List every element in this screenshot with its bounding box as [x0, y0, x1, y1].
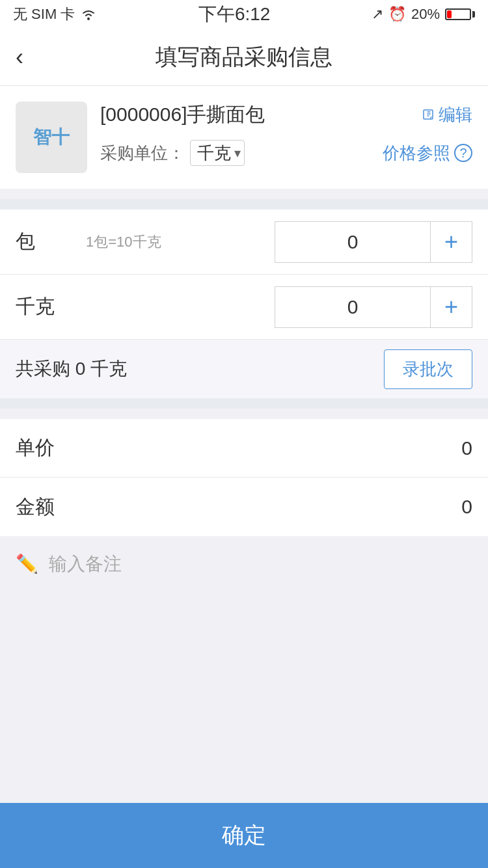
status-time: 下午6:12	[198, 2, 271, 27]
amount-value: 0	[461, 496, 472, 518]
location-icon: ↗	[372, 6, 383, 23]
product-card: 智十 [0000006]手撕面包 编辑 采购单位： 千克	[0, 86, 488, 189]
notes-input-area[interactable]: ✏️ 输入备注	[16, 552, 472, 576]
unit-select[interactable]: 千克	[190, 140, 245, 166]
wifi-icon	[80, 8, 97, 21]
price-label: 单价	[16, 435, 55, 461]
bag-input-right: +	[275, 221, 472, 263]
price-ref-icon: ?	[454, 144, 472, 162]
pencil-icon: ✏️	[16, 553, 38, 575]
input-section: 包 1包=10千克 + 千克 +	[0, 210, 488, 340]
nav-bar: ‹ 填写商品采购信息	[0, 29, 488, 86]
notes-section: ✏️ 输入备注	[0, 536, 488, 666]
kg-plus-button[interactable]: +	[431, 286, 472, 328]
edit-icon	[422, 108, 436, 122]
notes-placeholder: 输入备注	[49, 552, 122, 576]
product-info: [0000006]手撕面包 编辑 采购单位： 千克 价格	[100, 102, 472, 166]
sim-label: 无 SIM 卡	[13, 5, 75, 24]
kg-input-right: +	[275, 286, 472, 328]
battery-percent: 20%	[411, 6, 440, 23]
bag-input-row: 包 1包=10千克 +	[0, 210, 488, 275]
unit-select-wrap[interactable]: 千克	[190, 140, 245, 166]
status-left: 无 SIM 卡	[13, 5, 97, 24]
confirm-button[interactable]: 确定	[0, 803, 488, 868]
bag-quantity-input[interactable]	[275, 221, 431, 263]
amount-label: 金额	[16, 494, 55, 521]
kg-quantity-input[interactable]	[275, 286, 431, 328]
info-section: 单价 0 金额 0	[0, 419, 488, 536]
amount-row: 金额 0	[0, 478, 488, 536]
alarm-icon: ⏰	[388, 6, 406, 23]
total-row: 共采购 0 千克 录批次	[0, 340, 488, 398]
kg-input-row: 千克 +	[0, 275, 488, 340]
bag-label: 包	[16, 228, 81, 255]
product-image: 智十	[16, 102, 87, 173]
kg-label: 千克	[16, 293, 81, 320]
price-value: 0	[461, 437, 472, 459]
product-name: [0000006]手撕面包	[100, 102, 265, 128]
product-name-row: [0000006]手撕面包 编辑	[100, 102, 472, 128]
bag-sub-label: 1包=10千克	[86, 232, 161, 252]
battery-icon	[445, 8, 475, 20]
page-title: 填写商品采购信息	[156, 42, 332, 72]
svg-point-0	[87, 18, 90, 20]
product-image-text: 智十	[33, 125, 70, 150]
edit-button[interactable]: 编辑	[422, 103, 472, 126]
unit-label: 采购单位：	[100, 142, 185, 165]
price-ref-button[interactable]: 价格参照 ?	[383, 142, 472, 165]
record-batch-button[interactable]: 录批次	[384, 349, 472, 389]
unit-row: 采购单位： 千克 价格参照 ?	[100, 140, 472, 166]
section-divider-1	[0, 199, 488, 210]
back-button[interactable]: ‹	[16, 44, 23, 71]
edit-label: 编辑	[439, 103, 472, 126]
status-right: ↗ ⏰ 20%	[372, 6, 475, 23]
bag-plus-button[interactable]: +	[431, 221, 472, 263]
price-row: 单价 0	[0, 419, 488, 478]
price-ref-label: 价格参照	[383, 142, 450, 165]
status-bar: 无 SIM 卡 下午6:12 ↗ ⏰ 20%	[0, 0, 488, 29]
bottom-spacer	[0, 666, 488, 731]
total-label: 共采购 0 千克	[16, 357, 127, 381]
section-divider-2	[0, 398, 488, 409]
